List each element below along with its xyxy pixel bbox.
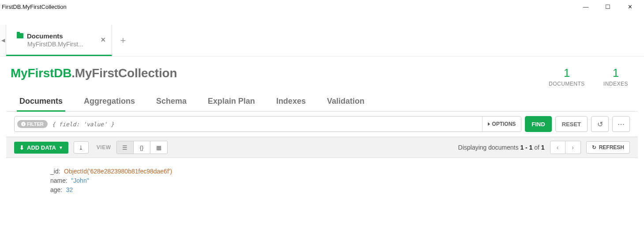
tab-documents[interactable]: Documents MyFirstDB.MyFirst... × xyxy=(6,25,112,56)
doc-field-age: age: 32 xyxy=(50,185,594,195)
tab-validation[interactable]: Validation xyxy=(327,97,364,111)
view-table-icon[interactable]: ▦ xyxy=(150,141,167,154)
tab-documents-sub[interactable]: Documents xyxy=(19,97,63,111)
indexes-count: 1 xyxy=(603,66,628,80)
coll-name: MyFirstCollection xyxy=(75,66,177,80)
chevron-down-icon: ▼ xyxy=(59,145,63,150)
export-button[interactable]: ⤓ xyxy=(74,141,89,154)
history-button[interactable]: ↺ xyxy=(591,116,609,132)
find-button[interactable]: FIND xyxy=(525,116,551,132)
collection-header: MyFirstDB.MyFirstCollection 1 DOCUMENTS … xyxy=(0,56,644,91)
add-data-label: ADD DATA xyxy=(27,144,56,151)
name-separator: . xyxy=(71,66,75,80)
options-label: OPTIONS xyxy=(492,121,516,127)
view-json-icon[interactable]: {} xyxy=(134,141,150,154)
refresh-button[interactable]: ↻ REFRESH xyxy=(586,141,630,154)
maximize-icon[interactable]: ☐ xyxy=(602,4,614,10)
tab-aggregations[interactable]: Aggregations xyxy=(84,97,135,111)
window-title: FirstDB.MyFirstCollection xyxy=(2,4,580,10)
download-icon: ⬇ xyxy=(19,144,24,151)
options-button[interactable]: OPTIONS xyxy=(482,117,521,132)
displaying-text: Displaying documents 1 - 1 of 1 xyxy=(458,144,545,151)
view-list-icon[interactable]: ☰ xyxy=(117,141,134,154)
add-data-button[interactable]: ⬇ ADD DATA ▼ xyxy=(14,142,68,154)
field-key: _id: xyxy=(50,168,60,175)
window-controls: — ☐ ✕ xyxy=(580,4,644,10)
filter-badge-label: FILTER xyxy=(27,121,44,127)
close-icon[interactable]: ✕ xyxy=(624,4,636,10)
field-value-string: "John" xyxy=(71,177,89,184)
toolbar-right: Displaying documents 1 - 1 of 1 ‹ › ↻ RE… xyxy=(458,141,630,154)
indexes-label: INDEXES xyxy=(603,81,628,87)
refresh-label: REFRESH xyxy=(599,144,624,151)
view-label: VIEW xyxy=(97,144,111,151)
tab-title-row: Documents xyxy=(17,32,92,40)
documents-count: 1 xyxy=(549,66,585,80)
tab-explain-plan[interactable]: Explain Plan xyxy=(208,97,255,111)
tab-schema[interactable]: Schema xyxy=(156,97,187,111)
field-key: name: xyxy=(50,177,67,184)
db-name: MyFirstDB xyxy=(11,66,71,80)
refresh-icon: ↻ xyxy=(592,144,596,151)
filter-bar: iFILTER OPTIONS FIND RESET ↺ ⋯ xyxy=(6,112,638,137)
view-segmented: ☰ {} ▦ xyxy=(116,141,168,154)
collection-subtabs: Documents Aggregations Schema Explain Pl… xyxy=(6,91,638,112)
pager: ‹ › xyxy=(550,141,581,154)
documents-toolbar: ⬇ ADD DATA ▼ ⤓ VIEW ☰ {} ▦ Displaying do… xyxy=(6,137,638,158)
filter-input-wrap: iFILTER OPTIONS xyxy=(14,116,521,132)
tab-strip: ◀ Documents MyFirstDB.MyFirst... × + xyxy=(0,25,644,56)
displaying-total: 1 xyxy=(541,144,545,151)
collection-stats: 1 DOCUMENTS 1 INDEXES xyxy=(549,66,633,87)
folder-icon xyxy=(17,33,23,38)
document-area: _id: ObjectId('628e2823980b81fec98dae6f'… xyxy=(6,158,638,203)
field-value-objectid: ObjectId('628e2823980b81fec98dae6f') xyxy=(64,168,172,175)
page-prev-icon[interactable]: ‹ xyxy=(550,141,565,154)
documents-label: DOCUMENTS xyxy=(549,81,585,87)
page-next-icon[interactable]: › xyxy=(565,141,580,154)
displaying-range: 1 - 1 xyxy=(520,144,532,151)
displaying-of: of xyxy=(532,144,541,151)
tab-indexes[interactable]: Indexes xyxy=(276,97,306,111)
filter-input[interactable] xyxy=(48,121,483,128)
tab-subtitle: MyFirstDB.MyFirst... xyxy=(27,41,92,48)
stat-documents: 1 DOCUMENTS xyxy=(549,66,585,87)
tab-title: Documents xyxy=(27,32,63,40)
displaying-prefix: Displaying documents xyxy=(458,144,520,151)
stat-indexes: 1 INDEXES xyxy=(603,66,628,87)
field-key: age: xyxy=(50,186,62,193)
collection-name: MyFirstDB.MyFirstCollection xyxy=(11,66,177,80)
minimize-icon[interactable]: — xyxy=(580,4,592,10)
filter-badge: iFILTER xyxy=(17,120,48,128)
reset-button[interactable]: RESET xyxy=(555,116,588,132)
more-button[interactable]: ⋯ xyxy=(612,116,630,132)
doc-field-id: _id: ObjectId('628e2823980b81fec98dae6f'… xyxy=(50,167,594,176)
window-titlebar: FirstDB.MyFirstCollection — ☐ ✕ xyxy=(0,0,644,13)
tab-close-icon[interactable]: × xyxy=(101,35,105,45)
new-tab-button[interactable]: + xyxy=(112,25,134,56)
doc-field-name: name: "John" xyxy=(50,176,594,185)
sidebar-expand-icon[interactable]: ◀ xyxy=(0,25,6,56)
caret-right-icon xyxy=(488,122,490,126)
info-icon: i xyxy=(21,122,26,126)
field-value-number: 32 xyxy=(66,186,73,193)
